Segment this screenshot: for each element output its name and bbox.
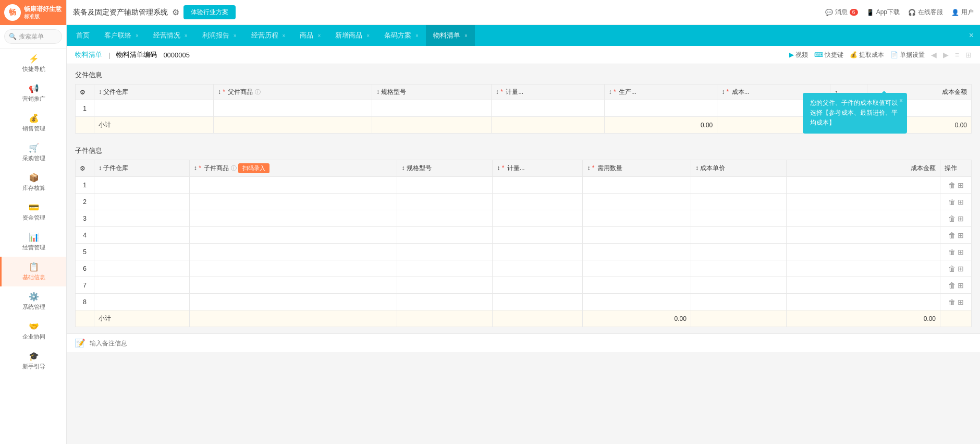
child-spec-cell[interactable] [397, 227, 493, 244]
child-price-cell[interactable] [691, 294, 786, 310]
child-unit-cell[interactable] [493, 210, 583, 227]
th-parent-unit[interactable]: ↕ * 计量... [491, 85, 604, 100]
tab-close-icon[interactable]: × [317, 33, 321, 39]
scan-input-button[interactable]: 扫码录入 [238, 163, 270, 173]
th-child-qty[interactable]: ↕ * 需用数量 [583, 160, 691, 177]
copy-icon[interactable]: ⊞ [958, 281, 964, 290]
tab-product[interactable]: 商品 × [292, 25, 328, 46]
copy-icon[interactable]: ⊞ [958, 231, 964, 239]
child-warehouse-cell[interactable] [94, 294, 190, 310]
tab-operations[interactable]: 经营情况 × [146, 25, 195, 46]
delete-icon[interactable]: 🗑 [948, 231, 956, 239]
copy-icon[interactable]: ⊞ [958, 265, 964, 273]
sidebar-item-purchase[interactable]: 🛒 采购管理 [0, 138, 66, 167]
delete-icon[interactable]: 🗑 [948, 281, 956, 290]
parent-product-cell[interactable] [213, 100, 372, 117]
tab-close-icon[interactable]: × [366, 33, 370, 39]
child-spec-cell[interactable] [397, 277, 493, 294]
child-qty-cell[interactable] [583, 177, 691, 194]
child-price-cell[interactable] [691, 244, 786, 260]
child-spec-cell[interactable] [397, 210, 493, 227]
child-price-cell[interactable] [691, 177, 786, 194]
child-warehouse-cell[interactable] [94, 244, 190, 260]
child-unit-cell[interactable] [493, 260, 583, 277]
tooltip-close-button[interactable]: × [899, 96, 903, 106]
sidebar-item-basic-info[interactable]: 📋 基础信息 [0, 257, 66, 286]
delete-icon[interactable]: 🗑 [948, 198, 956, 206]
parent-spec-cell[interactable] [372, 100, 491, 117]
child-qty-cell[interactable] [583, 227, 691, 244]
child-spec-cell[interactable] [397, 194, 493, 210]
th-parent-product[interactable]: ↕ * 父件商品 ⓘ [213, 85, 372, 100]
child-qty-cell[interactable] [583, 210, 691, 227]
th-parent-warehouse[interactable]: ↕ 父件仓库 [94, 85, 214, 100]
note-input[interactable] [90, 340, 972, 347]
child-product-cell[interactable] [189, 244, 397, 260]
sidebar-item-inventory[interactable]: 📦 库存核算 [0, 167, 66, 197]
parent-production-cell[interactable] [604, 100, 717, 117]
child-spec-cell[interactable] [397, 177, 493, 194]
th-child-spec[interactable]: ↕ 规格型号 [397, 160, 493, 177]
child-unit-cell[interactable] [493, 194, 583, 210]
sidebar-item-operations[interactable]: 📊 经营管理 [0, 227, 66, 257]
th-parent-production[interactable]: ↕ * 生产... [604, 85, 717, 100]
child-warehouse-cell[interactable] [94, 227, 190, 244]
sidebar-item-finance[interactable]: 💳 资金管理 [0, 197, 66, 227]
child-warehouse-cell[interactable] [94, 177, 190, 194]
delete-icon[interactable]: 🗑 [948, 214, 956, 223]
child-price-cell[interactable] [691, 277, 786, 294]
tab-close-icon[interactable]: × [136, 33, 139, 39]
delete-icon[interactable]: 🗑 [948, 248, 956, 256]
th-settings[interactable]: ⚙ [76, 85, 94, 100]
user-button[interactable]: 👤 用户 [951, 8, 974, 17]
child-price-cell[interactable] [691, 210, 786, 227]
sidebar-item-quick-nav[interactable]: ⚡ 快捷导航 [0, 49, 66, 78]
tab-close-icon[interactable]: × [464, 33, 468, 39]
tab-home[interactable]: 首页 [69, 25, 97, 46]
search-menu-button[interactable]: 🔍 搜索菜单 [4, 29, 62, 44]
th-child-warehouse[interactable]: ↕ 子件仓库 [94, 160, 190, 177]
child-unit-cell[interactable] [493, 177, 583, 194]
experience-button[interactable]: 体验行业方案 [183, 5, 236, 19]
child-unit-cell[interactable] [493, 244, 583, 260]
child-product-info-icon[interactable]: ⓘ [231, 165, 237, 171]
delete-icon[interactable]: 🗑 [948, 181, 956, 189]
doc-settings-button[interactable]: 📄 单据设置 [890, 51, 925, 59]
child-spec-cell[interactable] [397, 260, 493, 277]
nav-prev-icon[interactable]: ◀ [931, 51, 937, 59]
th-child-price[interactable]: ↕ 成本单价 [691, 160, 786, 177]
delete-icon[interactable]: 🗑 [948, 265, 956, 273]
tab-history[interactable]: 经营历程 × [244, 25, 293, 46]
child-price-cell[interactable] [691, 194, 786, 210]
child-warehouse-cell[interactable] [94, 260, 190, 277]
sidebar-item-enterprise[interactable]: 🤝 企业协同 [0, 316, 66, 346]
parent-product-info-icon[interactable]: ⓘ [255, 89, 261, 95]
sidebar-item-system[interactable]: ⚙️ 系统管理 [0, 286, 66, 316]
delete-icon[interactable]: 🗑 [948, 298, 956, 306]
child-unit-cell[interactable] [493, 227, 583, 244]
nav-next-icon[interactable]: ▶ [943, 51, 949, 59]
child-product-cell[interactable] [189, 194, 397, 210]
online-service-button[interactable]: 🎧 在线客服 [908, 8, 943, 17]
child-qty-cell[interactable] [583, 244, 691, 260]
child-warehouse-cell[interactable] [94, 210, 190, 227]
extract-cost-button[interactable]: 💰 提取成本 [850, 51, 884, 59]
tab-close-icon[interactable]: × [234, 33, 237, 39]
copy-icon[interactable]: ⊞ [958, 214, 964, 223]
child-warehouse-cell[interactable] [94, 277, 190, 294]
child-product-cell[interactable] [189, 260, 397, 277]
shortcut-button[interactable]: ⌨ 快捷键 [814, 51, 843, 59]
tab-customer[interactable]: 客户联络 × [97, 25, 146, 46]
th-child-product[interactable]: ↕ * 子件商品 ⓘ 扫码录入 [189, 160, 397, 177]
breadcrumb-list-link[interactable]: 物料清单 [75, 50, 102, 59]
tab-close-icon[interactable]: × [283, 33, 286, 39]
child-price-cell[interactable] [691, 260, 786, 277]
child-product-cell[interactable] [189, 210, 397, 227]
child-product-cell[interactable] [189, 177, 397, 194]
copy-icon[interactable]: ⊞ [958, 298, 964, 306]
child-product-cell[interactable] [189, 227, 397, 244]
tab-close-icon[interactable]: × [185, 33, 188, 39]
app-download-button[interactable]: 📱 App下载 [866, 8, 900, 17]
parent-unit-cell[interactable] [491, 100, 604, 117]
tab-close-all[interactable]: × [965, 31, 978, 40]
